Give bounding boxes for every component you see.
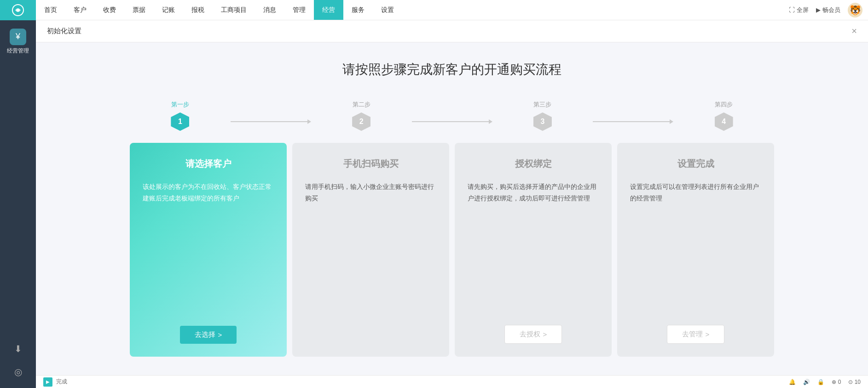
nav-customer[interactable]: 客户 (65, 0, 95, 20)
step4-circle: 4 (715, 112, 733, 131)
status-bar-left: ▶ 完成 (43, 377, 67, 387)
wizard-title: 请按照步骤完成新客户的开通购买流程 (342, 61, 561, 78)
step3-label: 第三步 (533, 100, 551, 109)
nav-bill[interactable]: 票据 (124, 0, 154, 20)
nav-tax[interactable]: 报税 (183, 0, 213, 20)
step1-circle: 1 (171, 112, 189, 131)
nav-message[interactable]: 消息 (255, 0, 284, 20)
fullscreen-icon: ⛶ (789, 6, 795, 13)
page-title: 初始化设置 (47, 27, 81, 35)
step3-btn-arrow: > (543, 330, 547, 338)
sidebar-download-btn[interactable]: ⬇ (0, 337, 36, 360)
logo (0, 0, 36, 20)
status-count1: ⊕ 0 (832, 379, 841, 385)
step3-card-title: 授权绑定 (468, 158, 599, 170)
step3-action-button: 去授权 > (504, 325, 562, 344)
step4-circle-wrap: 4 (673, 112, 774, 131)
step3-card: 授权绑定 请先购买，购买后选择开通的产品中的企业用户进行授权绑定，成功后即可进行… (455, 143, 612, 357)
fullscreen-button[interactable]: ⛶ 全屏 (789, 6, 809, 14)
step1-btn-area: 去选择 > (143, 317, 274, 344)
vip-icon: ▶ (816, 6, 821, 13)
nav-manage[interactable]: 管理 (284, 0, 314, 20)
fullscreen-label: 全屏 (797, 6, 809, 14)
step3-circle-wrap: 3 (492, 112, 593, 131)
nav-right: ⛶ 全屏 ▶ 畅会员 🐯 (789, 3, 868, 18)
top-nav: 首页 客户 收费 票据 记账 报税 工商项目 消息 管理 经营 服务 设置 ⛶ … (0, 0, 868, 20)
step2-circle-wrap: 2 (311, 112, 412, 131)
status-count2: ⊙ 10 (848, 379, 861, 385)
play-button[interactable]: ▶ (43, 377, 52, 387)
vip-button[interactable]: ▶ 畅会员 (816, 6, 840, 14)
nav-operation[interactable]: 经营 (314, 0, 343, 20)
step2-label: 第二步 (353, 100, 370, 109)
content-area: 初始化设置 × 请按照步骤完成新客户的开通购买流程 第一步 第二步 第三步 (36, 20, 868, 388)
step1-card-desc: 该处展示的客户为不在回收站、客户状态正常建账后完成老板端绑定的所有客户 (143, 181, 274, 317)
step2-card-title: 手机扫码购买 (305, 158, 436, 170)
status-bar: ▶ 完成 🔔 🔊 🔒 ⊕ 0 ⊙ 10 (36, 375, 868, 388)
sidebar-item-operation[interactable]: ¥ 经营管理 (0, 25, 36, 58)
step4-btn-arrow: > (706, 330, 710, 338)
sidebar-support-btn[interactable]: ◎ (0, 360, 36, 383)
operation-icon: ¥ (10, 29, 26, 45)
step4-card-title: 设置完成 (630, 158, 761, 170)
sidebar-bottom: ⬇ ◎ (0, 337, 36, 388)
step4-label: 第四步 (715, 100, 733, 109)
wizard-area: 请按照步骤完成新客户的开通购买流程 第一步 第二步 第三步 (36, 42, 868, 375)
sidebar-item-label: 经营管理 (7, 47, 29, 55)
step2-card: 手机扫码购买 请用手机扫码，输入小微企业主账号密码进行购买 (292, 143, 449, 357)
cards-row: 请选择客户 该处展示的客户为不在回收站、客户状态正常建账后完成老板端绑定的所有客… (130, 143, 774, 357)
nav-fee[interactable]: 收费 (95, 0, 124, 20)
status-text: 完成 (56, 378, 67, 386)
nav-business[interactable]: 工商项目 (213, 0, 255, 20)
steps-header: 第一步 第二步 第三步 第四步 (130, 100, 774, 109)
step3-btn-area: 去授权 > (468, 316, 599, 344)
step1-btn-arrow: > (218, 331, 222, 339)
sidebar: ¥ 经营管理 ⬇ ◎ (0, 20, 36, 388)
nav-service[interactable]: 服务 (343, 0, 373, 20)
vip-label: 畅会员 (822, 6, 840, 14)
lock-icon: 🔒 (817, 379, 824, 385)
page-header: 初始化设置 × (36, 20, 868, 42)
step1-action-button[interactable]: 去选择 > (180, 326, 237, 344)
step2-card-desc: 请用手机扫码，输入小微企业主账号密码进行购买 (305, 181, 436, 335)
step1-btn-label: 去选择 (195, 330, 215, 339)
close-button[interactable]: × (851, 26, 857, 36)
notification-icon: 🔔 (789, 379, 796, 385)
nav-account[interactable]: 记账 (154, 0, 183, 20)
step1-card: 请选择客户 该处展示的客户为不在回收站、客户状态正常建账后完成老板端绑定的所有客… (130, 143, 287, 357)
step1-circle-wrap: 1 (130, 112, 231, 131)
connector3 (593, 119, 673, 124)
step3-btn-label: 去授权 (520, 330, 540, 339)
step4-card: 设置完成 设置完成后可以在管理列表进行所有企业用户的经营管理 去管理 > (617, 143, 774, 357)
avatar[interactable]: 🐯 (848, 3, 862, 18)
nav-items: 首页 客户 收费 票据 记账 报税 工商项目 消息 管理 经营 服务 设置 (36, 0, 789, 20)
step2-btn-area (305, 335, 436, 344)
step4-action-button: 去管理 > (667, 325, 725, 344)
main-layout: ¥ 经营管理 ⬇ ◎ 初始化设置 × 请按照步骤完成新客户的开通购买流程 (0, 20, 868, 388)
step4-btn-area: 去管理 > (630, 316, 761, 344)
volume-icon: 🔊 (803, 379, 810, 385)
step2-circle: 2 (352, 112, 370, 131)
status-bar-right: 🔔 🔊 🔒 ⊕ 0 ⊙ 10 (789, 379, 861, 385)
step3-card-desc: 请先购买，购买后选择开通的产品中的企业用户进行授权绑定，成功后即可进行经营管理 (468, 181, 599, 316)
nav-home[interactable]: 首页 (36, 0, 65, 20)
step1-label: 第一步 (171, 100, 189, 109)
connector1 (231, 119, 311, 124)
support-icon: ◎ (14, 366, 22, 377)
step4-btn-label: 去管理 (682, 330, 703, 339)
download-icon: ⬇ (14, 343, 22, 354)
connector2 (412, 119, 492, 124)
step4-card-desc: 设置完成后可以在管理列表进行所有企业用户的经营管理 (630, 181, 761, 316)
step3-circle: 3 (533, 112, 552, 131)
nav-settings[interactable]: 设置 (373, 0, 402, 20)
steps-circles: 1 2 3 (130, 112, 774, 131)
svg-point-1 (17, 9, 19, 12)
step1-card-title: 请选择客户 (143, 158, 274, 170)
